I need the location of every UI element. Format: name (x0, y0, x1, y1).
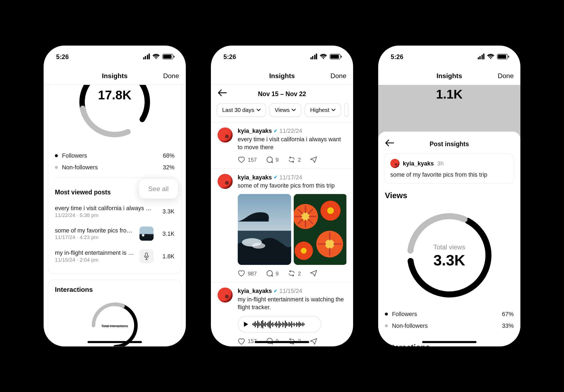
screen-title: Insights (102, 72, 128, 80)
filter-period-pill[interactable]: Last 30 days (217, 103, 266, 117)
done-button[interactable]: Done (163, 72, 179, 80)
wifi-icon (152, 54, 160, 59)
home-indicator (255, 341, 309, 343)
chevron-down-icon (292, 109, 296, 112)
send-icon (310, 157, 317, 163)
followers-pct: 68% (163, 152, 174, 159)
verified-icon: ✔ (274, 128, 278, 134)
comment-icon (266, 156, 273, 163)
post-image[interactable] (294, 194, 346, 265)
waveform (252, 320, 315, 329)
repost-icon (288, 270, 295, 277)
send-icon (310, 270, 317, 277)
nav-bar: Insights Done (211, 67, 353, 85)
mic-icon (144, 252, 149, 260)
done-button[interactable]: Done (330, 72, 347, 80)
interactions-donut-chart: Total interactions (73, 298, 157, 347)
avatar[interactable] (218, 287, 233, 302)
svg-point-4 (142, 234, 144, 237)
home-indicator (87, 341, 142, 343)
avatar[interactable] (218, 174, 233, 189)
svg-point-26 (327, 207, 334, 214)
share-button[interactable] (310, 338, 317, 345)
avatar (390, 159, 400, 168)
filter-more-pill[interactable] (344, 103, 348, 117)
svg-point-36 (267, 270, 272, 276)
feed-post[interactable]: kyia_kayaks✔11/17/24 some of my favorite… (211, 169, 353, 282)
svg-text:Total views: Total views (433, 243, 465, 251)
nonfollowers-pct: 32% (163, 164, 174, 171)
svg-rect-5 (145, 253, 148, 257)
signal-icon (478, 54, 484, 59)
post-views-donut-chart: Total views 3.3K (399, 205, 499, 305)
legend-row-followers: Followers 67% (385, 308, 514, 320)
repost-button[interactable]: 2 (288, 157, 301, 163)
play-icon (244, 322, 248, 327)
views-section-title: Views (385, 191, 514, 200)
svg-text:Total interactions: Total interactions (101, 324, 128, 328)
feed-post[interactable]: kyia_kayaks✔11/22/24 every time i visit … (211, 122, 353, 169)
like-button[interactable]: 157 (238, 157, 257, 163)
post-image[interactable] (238, 194, 291, 265)
post-summary-card[interactable]: kyia_kyaks 3h some of my favorite pics f… (384, 153, 515, 183)
status-time: 5:26 (391, 53, 403, 60)
svg-rect-10 (238, 194, 291, 231)
heart-icon (238, 157, 245, 163)
heart-icon (238, 338, 245, 345)
battery-icon (162, 54, 173, 59)
comment-icon (266, 270, 273, 277)
battery-icon (330, 54, 341, 59)
legend-row-nonfollowers: Non-followers 33% (385, 320, 514, 331)
wifi-icon (320, 54, 327, 59)
phone-post-insights: 5:26 Insights Done 1.1K Post insi (378, 45, 520, 346)
svg-point-13 (252, 243, 265, 248)
feed-post[interactable]: kyia_kayaks✔11/15/24 my in-flight entert… (211, 282, 353, 346)
comment-button[interactable]: 9 (266, 270, 278, 277)
back-button[interactable] (385, 139, 394, 148)
repost-button[interactable]: 2 (288, 270, 301, 277)
date-range: Nov 15 – Nov 22 (258, 90, 306, 97)
nav-bar: Insights Done (44, 67, 186, 85)
interactions-section-title: Interactions (385, 343, 514, 346)
views-donut-chart: 17.8K (73, 85, 157, 144)
phone-posts-list: 5:26 Insights Done Nov 15 – Nov 22 Last … (211, 45, 353, 346)
chevron-down-icon (256, 109, 260, 112)
nav-bar: Insights Done (378, 67, 520, 85)
svg-point-9 (267, 157, 272, 162)
like-button[interactable]: 157 (238, 338, 257, 345)
filter-sort-pill[interactable]: Highest (305, 103, 341, 117)
sheet-title: Post insights (430, 140, 469, 147)
send-icon (310, 338, 317, 345)
interactions-title: Interactions (55, 286, 174, 293)
like-button[interactable]: 987 (238, 270, 257, 277)
chevron-down-icon (331, 109, 335, 112)
status-time: 5:26 (56, 53, 69, 60)
done-button[interactable]: Done (498, 72, 514, 80)
svg-point-34 (301, 248, 307, 253)
svg-rect-2 (140, 226, 154, 234)
legend-row-followers: Followers 68% (55, 150, 174, 161)
filter-metric-pill[interactable]: Views (269, 103, 301, 117)
see-all-button[interactable]: See all (139, 179, 178, 199)
screen-title: Insights (436, 72, 462, 80)
avatar[interactable] (218, 127, 233, 142)
share-button[interactable] (310, 270, 317, 277)
battery-icon (497, 54, 508, 59)
most-viewed-post[interactable]: my in-flight entertainment is w… 11/15/2… (55, 245, 174, 268)
signal-icon (310, 54, 317, 59)
comment-button[interactable]: 9 (266, 156, 278, 163)
back-button[interactable] (218, 89, 227, 98)
most-viewed-post[interactable]: some of my favorite pics from… 11/17/24 … (55, 222, 174, 245)
wifi-icon (487, 54, 495, 59)
home-indicator (422, 341, 477, 343)
donut-total-value: 17.8K (98, 88, 132, 102)
status-bar: 5:26 (211, 45, 353, 67)
donut-total-value: 3.3K (433, 252, 465, 269)
arrow-left-icon (385, 139, 394, 147)
voice-note-player[interactable] (238, 316, 321, 333)
most-viewed-post[interactable]: every time i visit california i always w… (55, 201, 174, 222)
verified-icon: ✔ (274, 288, 278, 293)
share-button[interactable] (310, 157, 317, 163)
post-thumbnail (140, 226, 154, 241)
phone-insights-overview: 5:26 Insights Done 17.8K Follo (44, 45, 186, 346)
